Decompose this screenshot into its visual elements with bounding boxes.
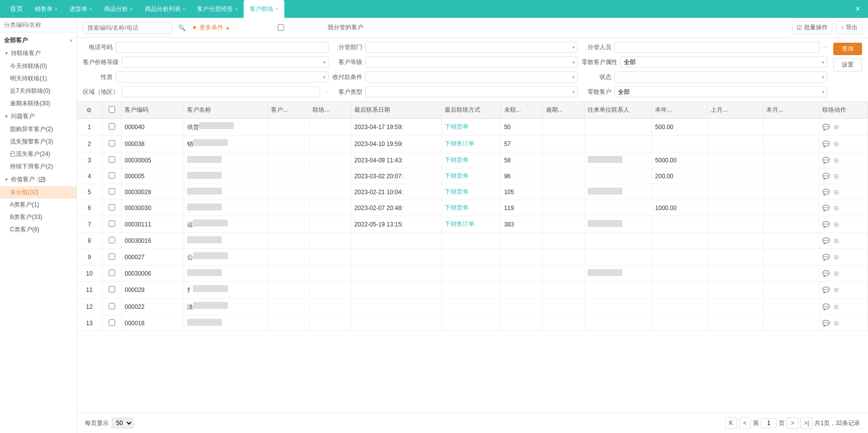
more-conditions-btn[interactable]: ▼ 更多条件 ▲ (192, 23, 230, 32)
sidebar-item-overdue[interactable]: 逾期未联络(30) (0, 97, 76, 110)
message-icon[interactable]: 💬 (822, 173, 830, 180)
tab-analysis-close[interactable]: × (130, 6, 133, 12)
row-checkbox[interactable] (109, 237, 115, 243)
gender-select[interactable] (116, 72, 329, 82)
price-grade-select[interactable] (122, 57, 329, 68)
contact-method-link[interactable]: 下销货单 (445, 204, 468, 211)
contact-method-link[interactable]: 下销售订单 (445, 220, 474, 227)
all-customers-header[interactable]: 全部客户 « (0, 32, 76, 47)
row-checkbox[interactable] (109, 188, 115, 195)
row-checkbox[interactable] (109, 253, 115, 260)
next-page-btn[interactable]: > (787, 417, 799, 429)
grid-icon[interactable]: ⊞ (834, 221, 839, 228)
tab-sales-close[interactable]: × (55, 6, 58, 12)
tab-customer-segment[interactable]: 客户分层经营 × (191, 0, 244, 18)
sidebar-item-tomorrow[interactable]: 明天待联络(1) (0, 72, 76, 85)
search-input[interactable] (83, 22, 172, 34)
row-checkbox[interactable] (109, 204, 115, 211)
grid-icon[interactable]: ⊞ (834, 157, 839, 164)
tab-sales[interactable]: 销售单 × (29, 0, 64, 18)
row-checkbox[interactable] (109, 172, 115, 179)
staff-more-icon[interactable]: ··· (823, 45, 827, 50)
region-input[interactable] (122, 86, 320, 97)
first-page-btn[interactable]: K (725, 417, 737, 429)
status-select[interactable] (614, 72, 827, 82)
row-checkbox[interactable] (109, 156, 115, 163)
tab-purchase[interactable]: 进货单 × (64, 0, 98, 18)
row-checkbox[interactable] (109, 319, 115, 326)
home-tab[interactable]: 首页 (4, 0, 29, 18)
dept-select[interactable] (365, 42, 578, 53)
export-btn[interactable]: ↑ 导出 (836, 21, 862, 34)
retail-attr-select[interactable]: 全部 (620, 57, 827, 68)
tab-customer-contact[interactable]: 客户联络 × (244, 0, 284, 18)
contact-method-link[interactable]: 下销货单 (445, 123, 468, 130)
row-checkbox[interactable] (109, 123, 115, 130)
sidebar-group-problem[interactable]: ▼ 问题客户 (0, 110, 76, 123)
region-more-icon[interactable]: ··· (324, 89, 328, 95)
grid-icon[interactable]: ⊞ (834, 141, 839, 147)
gear-icon[interactable]: ⚙ (86, 107, 92, 114)
payment-select[interactable] (365, 72, 578, 82)
sidebar-item-week[interactable]: 近7天待联络(0) (0, 85, 76, 97)
contact-method-link[interactable]: 下销货单 (445, 156, 468, 163)
sidebar-item-ungroup[interactable]: 未分组(32) (0, 186, 76, 199)
grid-icon[interactable]: ⊞ (834, 270, 839, 277)
nav-close-button[interactable]: × (852, 4, 864, 13)
contact-method-link[interactable]: 下销货单 (445, 172, 468, 179)
sidebar-item-lost[interactable]: 已流失客户(24) (0, 148, 76, 160)
grid-icon[interactable]: ⊞ (834, 205, 839, 212)
sidebar-search-input[interactable] (4, 21, 77, 28)
customer-type-select[interactable] (365, 86, 578, 97)
contact-method-link[interactable]: 下销货单 (445, 188, 468, 195)
sidebar-item-group-c[interactable]: C类客户(6) (0, 223, 76, 236)
batch-op-btn[interactable]: ☑ 批量操作 (792, 21, 832, 34)
message-icon[interactable]: 💬 (822, 189, 830, 196)
contact-method-link[interactable]: 下销售订单 (445, 140, 474, 147)
grid-icon[interactable]: ⊞ (834, 303, 839, 310)
tab-customer-segment-close[interactable]: × (235, 6, 238, 12)
grid-icon[interactable]: ⊞ (834, 189, 839, 196)
sidebar-collapse-icon[interactable]: « (69, 38, 72, 43)
sidebar-item-group-b[interactable]: B类客户(33) (0, 211, 76, 223)
message-icon[interactable]: 💬 (822, 303, 830, 310)
message-icon[interactable]: 💬 (822, 205, 830, 212)
row-checkbox[interactable] (109, 140, 115, 146)
message-icon[interactable]: 💬 (822, 124, 830, 131)
my-customers-checkbox[interactable] (236, 24, 326, 31)
sidebar-item-declining[interactable]: 持续下滑客户(2) (0, 160, 76, 173)
grid-icon[interactable]: ⊞ (834, 124, 839, 131)
message-icon[interactable]: 💬 (822, 221, 830, 228)
tab-analysis[interactable]: 商品分析 × (98, 0, 139, 18)
reset-button[interactable]: 设置 (833, 58, 862, 72)
sidebar-item-abnormal[interactable]: 固购异常客户(2) (0, 123, 76, 136)
page-size-select[interactable]: 50 (112, 418, 134, 429)
tab-purchase-close[interactable]: × (89, 6, 92, 12)
page-number-input[interactable] (761, 418, 777, 428)
sidebar-group-pending[interactable]: ▼ 待联络客户 (0, 47, 76, 60)
staff-input[interactable] (614, 42, 819, 53)
sidebar-group-value[interactable]: ▼ 价值客户 🔄 (0, 173, 76, 186)
search-bar-icon[interactable]: 🔍 (178, 24, 186, 31)
message-icon[interactable]: 💬 (822, 320, 830, 327)
row-checkbox[interactable] (109, 286, 115, 292)
message-icon[interactable]: 💬 (822, 270, 830, 277)
row-checkbox[interactable] (109, 270, 115, 276)
grid-icon[interactable]: ⊞ (834, 237, 839, 244)
row-checkbox[interactable] (109, 303, 115, 309)
query-button[interactable]: 查询 (833, 43, 862, 55)
sidebar-item-today[interactable]: 今天待联络(0) (0, 60, 76, 72)
tab-analysis-list[interactable]: 商品分析列表 × (139, 0, 192, 18)
row-checkbox[interactable] (109, 220, 115, 227)
message-icon[interactable]: 💬 (822, 141, 830, 147)
retail-customer-select[interactable]: 全部 (614, 86, 827, 97)
grid-icon[interactable]: ⊞ (834, 254, 839, 261)
grid-icon[interactable]: ⊞ (834, 287, 839, 293)
grid-icon[interactable]: ⊞ (834, 173, 839, 180)
message-icon[interactable]: 💬 (822, 237, 830, 244)
last-page-btn[interactable]: >| (801, 417, 812, 429)
prev-page-btn[interactable]: < (739, 417, 751, 429)
grid-icon[interactable]: ⊞ (834, 320, 839, 327)
customer-grade-select[interactable] (365, 57, 578, 68)
tab-customer-contact-close[interactable]: × (275, 6, 278, 12)
